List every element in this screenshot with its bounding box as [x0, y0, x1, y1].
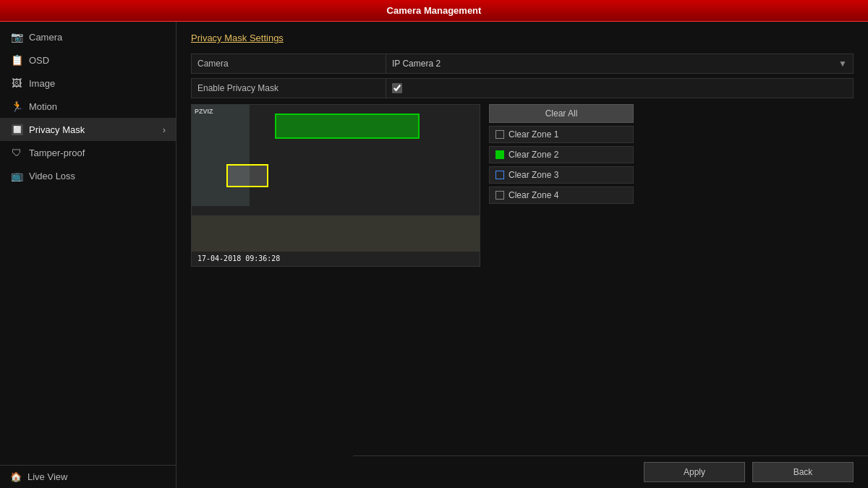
tamper-proof-icon: 🛡 — [10, 147, 23, 158]
camera-section: PZVIZ 17-04-2018 09:36:28 Clear All Clea… — [191, 104, 854, 267]
zone-4-label: Clear Zone 4 — [509, 190, 558, 200]
sidebar-item-osd[interactable]: 📋 OSD — [0, 48, 176, 72]
camera-value-text: IP Camera 2 — [392, 59, 441, 69]
camera-feed: PZVIZ 17-04-2018 09:36:28 — [191, 104, 480, 267]
camera-value-field[interactable]: IP Camera 2 ▼ — [386, 53, 854, 74]
camera-label: Camera — [191, 53, 386, 74]
enable-privacy-mask-checkbox[interactable] — [392, 83, 402, 93]
clear-all-button[interactable]: Clear All — [489, 104, 634, 123]
sidebar-item-privacy-mask[interactable]: 🔲 Privacy Mask › — [0, 118, 176, 141]
bottom-bar: Apply Back — [353, 455, 868, 488]
sidebar: 📷 Camera 📋 OSD 🖼 Image 🏃 Motion 🔲 Privac… — [0, 22, 176, 488]
page-title: Privacy Mask Settings — [191, 33, 854, 43]
zone-4-checkbox[interactable] — [495, 191, 504, 200]
scene-building — [192, 105, 250, 206]
scene-road — [192, 215, 480, 252]
dropdown-arrow-icon: ▼ — [838, 59, 847, 69]
app-title: Camera Management — [387, 5, 482, 16]
sidebar-label-image: Image — [29, 78, 55, 89]
live-view-button[interactable]: 🏠 Live View — [0, 465, 176, 488]
camera-icon: 📷 — [10, 31, 23, 43]
camera-logo: PZVIZ — [195, 108, 213, 115]
camera-row: Camera IP Camera 2 ▼ — [191, 53, 854, 74]
camera-timestamp: 17-04-2018 09:36:28 — [197, 254, 280, 262]
motion-icon: 🏃 — [10, 100, 23, 112]
sidebar-item-camera[interactable]: 📷 Camera — [0, 25, 176, 48]
sidebar-item-motion[interactable]: 🏃 Motion — [0, 95, 176, 118]
zone-controls: Clear All Clear Zone 1 Clear Zone 2 Clea… — [489, 104, 634, 267]
zone-row-1[interactable]: Clear Zone 1 — [489, 126, 634, 143]
sidebar-item-image[interactable]: 🖼 Image — [0, 72, 176, 95]
video-loss-icon: 📺 — [10, 170, 23, 181]
enable-privacy-mask-label: Enable Privacy Mask — [191, 78, 386, 98]
privacy-mask-zone-1[interactable] — [275, 114, 420, 139]
sidebar-label-motion: Motion — [29, 101, 57, 112]
live-view-icon: 🏠 — [10, 471, 22, 482]
enable-privacy-mask-checkbox-container — [386, 78, 854, 98]
enable-privacy-mask-row: Enable Privacy Mask — [191, 78, 854, 98]
zone-row-4[interactable]: Clear Zone 4 — [489, 187, 634, 204]
sidebar-label-osd: OSD — [29, 55, 49, 66]
privacy-mask-zone-2[interactable] — [226, 164, 268, 187]
sidebar-label-camera: Camera — [29, 32, 62, 43]
apply-button[interactable]: Apply — [644, 462, 745, 482]
zone-3-label: Clear Zone 3 — [509, 170, 558, 180]
chevron-right-icon: › — [163, 124, 166, 135]
zone-row-2[interactable]: Clear Zone 2 — [489, 146, 634, 163]
sidebar-label-tamper-proof: Tamper-proof — [29, 147, 85, 158]
zone-row-3[interactable]: Clear Zone 3 — [489, 166, 634, 184]
sidebar-item-tamper-proof[interactable]: 🛡 Tamper-proof — [0, 141, 176, 164]
live-view-label: Live View — [27, 471, 67, 482]
zone-2-label: Clear Zone 2 — [509, 150, 558, 160]
sidebar-label-privacy-mask: Privacy Mask — [29, 124, 85, 135]
image-icon: 🖼 — [10, 77, 23, 89]
sidebar-item-video-loss[interactable]: 📺 Video Loss — [0, 164, 176, 187]
zone-1-label: Clear Zone 1 — [509, 129, 558, 140]
sidebar-label-video-loss: Video Loss — [29, 171, 75, 181]
title-bar: Camera Management — [0, 0, 868, 22]
back-button[interactable]: Back — [752, 462, 854, 482]
zone-2-checkbox[interactable] — [495, 150, 504, 159]
zone-3-checkbox[interactable] — [495, 171, 504, 179]
main-layout: 📷 Camera 📋 OSD 🖼 Image 🏃 Motion 🔲 Privac… — [0, 22, 868, 488]
content-area: Privacy Mask Settings Camera IP Camera 2… — [176, 22, 868, 488]
osd-icon: 📋 — [10, 54, 23, 66]
zone-1-checkbox[interactable] — [495, 130, 504, 139]
privacy-mask-icon: 🔲 — [10, 124, 23, 135]
